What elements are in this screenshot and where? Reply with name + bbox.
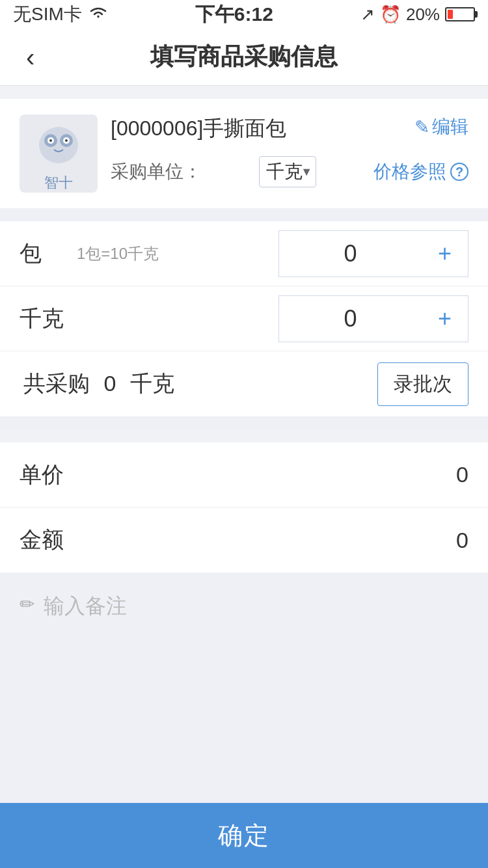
kg-controls: + [278,295,468,342]
confirm-button[interactable]: 确定 [0,803,488,868]
nav-bar: ‹ 填写商品采购信息 [0,29,488,86]
input-section: 包 1包=10千克 + 千克 + [0,221,488,351]
amount-row: 金额 0 [0,508,488,573]
unit-label: 采购单位： [111,159,202,184]
info-section: 单价 0 金额 0 [0,442,488,573]
bag-quantity-input[interactable] [278,230,422,277]
battery-icon [445,7,475,21]
help-icon: ? [450,163,468,181]
back-button[interactable]: ‹ [20,38,41,77]
product-info: [0000006]手撕面包 ✎ 编辑 采购单位： 千克 价格参照 ? [111,115,468,187]
amount-label: 金额 [20,525,64,555]
product-image: 智十 [20,115,98,193]
bag-input-row: 包 1包=10千克 + [0,221,488,286]
wifi-icon [88,4,108,25]
section-divider-1 [0,208,488,221]
edit-icon: ✎ [414,116,429,138]
edit-button[interactable]: ✎ 编辑 [414,115,468,139]
bag-plus-button[interactable]: + [422,230,468,277]
kg-plus-button[interactable]: + [422,295,468,342]
status-right: ↗ ⏰ 20% [360,5,475,25]
unit-price-row: 单价 0 [0,442,488,508]
bag-label: 包 [20,239,72,269]
status-time: 下午6:12 [195,1,273,28]
amount-value: 0 [456,528,468,553]
kg-input-row: 千克 + [0,286,488,351]
alarm-icon: ⏰ [380,5,401,25]
product-name: [0000006]手撕面包 [111,115,286,143]
bag-sublabel: 1包=10千克 [77,243,159,264]
kg-quantity-input[interactable] [278,295,422,342]
product-card: 智十 [0000006]手撕面包 ✎ 编辑 采购单位： 千克 价格参照 [0,99,488,208]
svg-point-5 [49,139,52,142]
location-icon: ↗ [360,5,375,25]
kg-label: 千克 [20,304,72,334]
unit-price-label: 单价 [20,460,64,490]
battery-percent: 20% [406,5,440,25]
notes-icon: ✏ [20,593,34,615]
unit-row: 采购单位： 千克 价格参照 ? [111,156,468,187]
carrier-label: 无SIM卡 [13,2,82,27]
status-left: 无SIM卡 [13,2,108,27]
product-title-row: [0000006]手撕面包 ✎ 编辑 [111,115,468,143]
total-row: 共采购 0 千克 录批次 [0,351,488,416]
unit-select-wrapper[interactable]: 千克 [259,156,316,187]
total-text: 共采购 0 千克 [20,369,178,399]
svg-point-0 [39,127,78,163]
svg-point-6 [65,139,68,142]
batch-button[interactable]: 录批次 [377,362,468,406]
status-bar: 无SIM卡 下午6:12 ↗ ⏰ 20% [0,0,488,29]
notes-placeholder: 输入备注 [44,592,127,621]
page-title: 填写商品采购信息 [150,41,338,73]
bag-controls: + [278,230,468,277]
section-divider-2 [0,416,488,429]
unit-price-value: 0 [456,462,468,487]
notes-section[interactable]: ✏ 输入备注 [0,573,488,651]
product-image-text: 智十 [33,116,85,191]
unit-select[interactable]: 千克 [259,156,316,187]
price-ref-button[interactable]: 价格参照 ? [373,159,468,184]
